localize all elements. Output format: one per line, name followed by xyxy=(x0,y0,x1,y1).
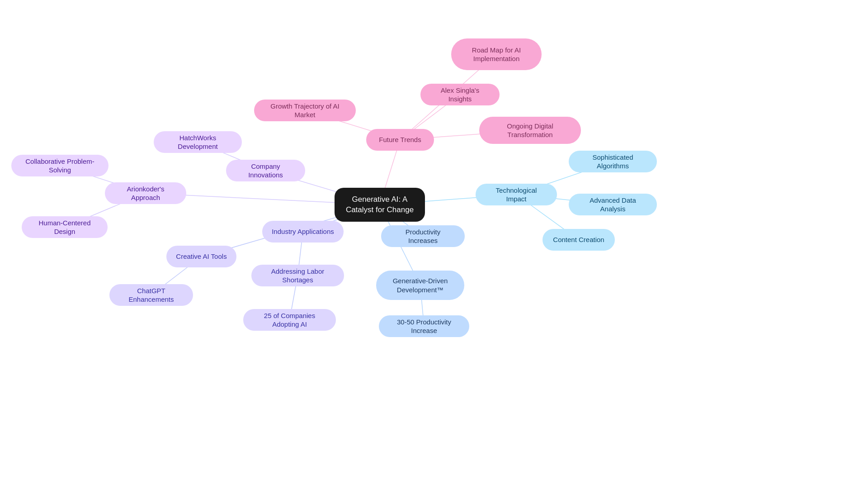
sophisticated-algorithms-node: Sophisticated Algorithms xyxy=(569,151,657,172)
human-centered-node: Human-Centered Design xyxy=(22,216,108,238)
company-innovations-node: Company Innovations xyxy=(226,160,305,181)
center-node: Generative AI: A Catalyst for Change xyxy=(335,188,425,222)
alex-singla-node: Alex Singla's Insights xyxy=(420,84,500,105)
road-map-node: Road Map for AI Implementation xyxy=(451,38,542,70)
growth-trajectory-node: Growth Trajectory of AI Market xyxy=(254,100,356,121)
addressing-labor-node: Addressing Labor Shortages xyxy=(251,265,344,286)
productivity-3050-node: 30-50 Productivity Increase xyxy=(379,315,469,337)
hatchworks-node: HatchWorks Development xyxy=(154,131,242,153)
content-creation-node: Content Creation xyxy=(542,229,615,251)
creative-ai-node: Creative AI Tools xyxy=(166,246,236,267)
companies-adopting-node: 25 of Companies Adopting AI xyxy=(243,309,336,331)
arionkoder-node: Arionkoder's Approach xyxy=(105,182,186,204)
industry-applications-node: Industry Applications xyxy=(262,221,344,243)
generative-driven-node: Generative-Driven Development™ xyxy=(376,271,464,300)
ongoing-digital-node: Ongoing Digital Transformation xyxy=(479,117,581,144)
future-trends-node: Future Trends xyxy=(366,129,434,151)
technological-impact-node: Technological Impact xyxy=(476,184,557,205)
productivity-increases-node: Productivity Increases xyxy=(381,225,465,247)
collaborative-node: Collaborative Problem-Solving xyxy=(11,155,108,176)
advanced-data-node: Advanced Data Analysis xyxy=(569,194,657,215)
chatgpt-node: ChatGPT Enhancements xyxy=(109,284,193,306)
